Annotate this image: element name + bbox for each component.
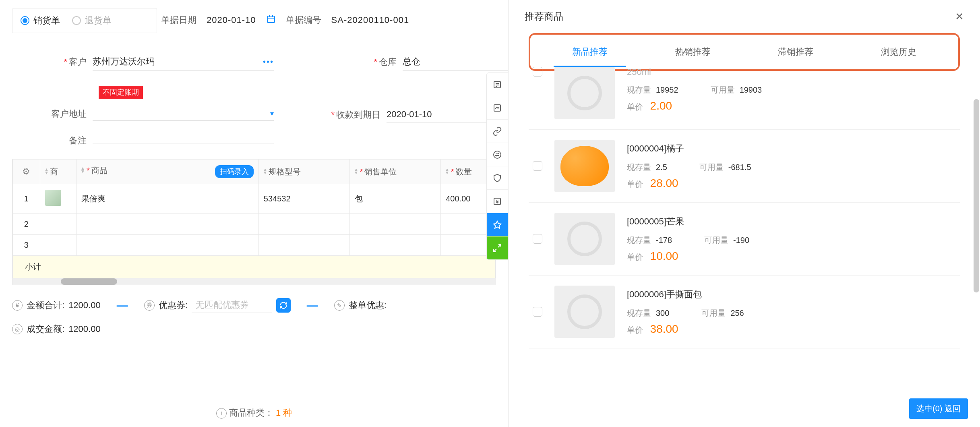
tab-hot[interactable]: 热销推荐 xyxy=(641,39,744,65)
stock-value: 19952 xyxy=(656,85,678,94)
coupon-input[interactable]: 无匹配优惠券 xyxy=(192,297,272,313)
tool-link-icon[interactable] xyxy=(487,120,508,143)
remark-label: 备注 xyxy=(12,135,93,147)
table-row[interactable]: 3 xyxy=(13,235,496,256)
recommend-item[interactable]: [0000005]芒果 现存量-178 可用量-190 单价 10.00 xyxy=(529,203,960,276)
recommend-list[interactable]: 250ml 现存量19952 可用量19903 单价 2.00 [0000004… xyxy=(509,67,980,427)
item-title: 250ml xyxy=(627,67,956,77)
duedate-label: *收款到期日 xyxy=(306,109,387,121)
radio-icon xyxy=(72,16,81,25)
stock-label: 现存量 xyxy=(627,163,651,172)
avail-label: 可用量 xyxy=(711,85,735,94)
row-product[interactable] xyxy=(76,214,258,235)
sort-icon[interactable]: ▴▾ xyxy=(264,168,267,174)
tab-slow[interactable]: 滞销推荐 xyxy=(744,39,848,65)
sort-icon[interactable]: ▴▾ xyxy=(355,168,358,174)
selected-return-button[interactable]: 选中(0) 返回 xyxy=(909,398,968,419)
row-unit[interactable] xyxy=(350,235,441,256)
recommend-item[interactable]: [0000006]手撕面包 现存量300 可用量256 单价 38.00 xyxy=(529,276,960,348)
table-row[interactable]: 2 xyxy=(13,214,496,235)
row-thumb xyxy=(40,235,76,256)
row-index: 3 xyxy=(13,235,40,256)
stock-value: -178 xyxy=(656,236,672,245)
chevron-down-icon[interactable]: ▾ xyxy=(270,109,274,118)
date-label: 单据日期 xyxy=(161,14,196,26)
item-checkbox[interactable] xyxy=(533,234,542,244)
date-value[interactable]: 2020-01-10 xyxy=(207,15,256,25)
item-checkbox[interactable] xyxy=(533,307,542,317)
warehouse-value: 总仓 xyxy=(403,56,420,68)
items-table: ⚙ ▴▾ 商 ▴▾ *商品扫码录入 ▴▾ 规格型号 ▴▾ *销售单位 ▴▾ *数… xyxy=(12,159,496,285)
tool-exchange-icon[interactable] xyxy=(487,143,508,166)
recommend-title: 推荐商品 xyxy=(525,10,563,23)
row-product[interactable]: 果倍爽 xyxy=(76,184,258,214)
docno-value: SA-20200110-001 xyxy=(331,15,409,25)
tab-history[interactable]: 浏览历史 xyxy=(847,39,950,65)
discount-label: 整单优惠: xyxy=(349,299,387,311)
deal-label: 成交金额: xyxy=(27,323,64,335)
duedate-value: 2020-01-10 xyxy=(387,109,432,120)
stock-label: 现存量 xyxy=(627,236,651,245)
item-image xyxy=(554,286,615,338)
vertical-scrollbar[interactable] xyxy=(974,99,979,292)
price-label: 单价 xyxy=(627,325,643,334)
item-title: [0000005]芒果 xyxy=(627,216,956,228)
sort-icon[interactable]: ▴▾ xyxy=(81,166,84,173)
radio-label: 销货单 xyxy=(33,15,60,27)
refresh-button[interactable] xyxy=(276,298,291,313)
tool-shield-icon[interactable] xyxy=(487,166,508,190)
avail-label: 可用量 xyxy=(699,163,724,172)
minus-icon: — xyxy=(117,299,128,312)
remark-field[interactable] xyxy=(93,138,274,143)
row-spec[interactable]: 534532 xyxy=(258,184,349,214)
sort-icon[interactable]: ▴▾ xyxy=(446,168,449,174)
avail-label: 可用量 xyxy=(704,236,728,245)
more-icon[interactable]: ••• xyxy=(263,57,274,66)
customer-label: *客户 xyxy=(12,56,93,68)
row-thumb xyxy=(40,214,76,235)
svg-marker-12 xyxy=(494,221,501,228)
avail-label: 可用量 xyxy=(701,309,726,317)
row-spec[interactable] xyxy=(258,214,349,235)
tool-currency-icon[interactable]: ¥ xyxy=(487,190,508,213)
customer-field[interactable]: 苏州万达沃尔玛 ••• xyxy=(93,53,274,70)
warehouse-field[interactable]: 总仓 xyxy=(403,53,515,70)
scan-button[interactable]: 扫码录入 xyxy=(215,165,254,178)
row-product[interactable] xyxy=(76,235,258,256)
horizontal-scrollbar[interactable] xyxy=(12,278,496,285)
recommend-item[interactable]: [0000004]橘子 现存量2.5 可用量-681.5 单价 28.00 xyxy=(529,130,960,203)
item-title: [0000006]手撕面包 xyxy=(627,288,956,301)
sort-icon[interactable]: ▴▾ xyxy=(45,168,48,174)
radio-return[interactable]: 退货单 xyxy=(72,15,112,27)
doc-type-tabs: 销货单 退货单 xyxy=(12,8,157,33)
address-label: 客户地址 xyxy=(12,108,93,120)
avail-value: -681.5 xyxy=(728,163,751,172)
row-thumb xyxy=(40,184,76,214)
svg-rect-0 xyxy=(267,16,275,23)
avail-value: -190 xyxy=(733,236,749,245)
item-checkbox[interactable] xyxy=(533,67,542,77)
price-value: 38.00 xyxy=(650,323,678,335)
recommend-item[interactable]: 250ml 现存量19952 可用量19903 单价 2.00 xyxy=(529,67,960,130)
tool-chart-icon[interactable] xyxy=(487,96,508,120)
svg-text:¥: ¥ xyxy=(496,199,499,205)
item-checkbox[interactable] xyxy=(533,161,542,171)
tool-expand-icon[interactable] xyxy=(487,236,508,260)
subtotal-label: 小计 xyxy=(13,256,496,278)
gear-icon[interactable]: ⚙ xyxy=(22,166,30,176)
close-icon[interactable]: ✕ xyxy=(955,10,964,23)
calendar-icon[interactable] xyxy=(266,14,276,26)
stock-label: 现存量 xyxy=(627,309,651,317)
row-unit[interactable] xyxy=(350,214,441,235)
address-field[interactable]: ▾ xyxy=(93,107,274,121)
table-row[interactable]: 1 果倍爽 534532 包 400.00 xyxy=(13,184,496,214)
row-unit[interactable]: 包 xyxy=(350,184,441,214)
row-index: 1 xyxy=(13,184,40,214)
tool-star-icon[interactable] xyxy=(487,213,508,236)
tool-list-icon[interactable] xyxy=(487,73,508,96)
customer-value: 苏州万达沃尔玛 xyxy=(93,56,155,68)
radio-sales[interactable]: 销货单 xyxy=(21,15,60,27)
row-spec[interactable] xyxy=(258,235,349,256)
duedate-field[interactable]: 2020-01-10 xyxy=(387,107,499,122)
tab-new[interactable]: 新品推荐 xyxy=(538,39,641,65)
